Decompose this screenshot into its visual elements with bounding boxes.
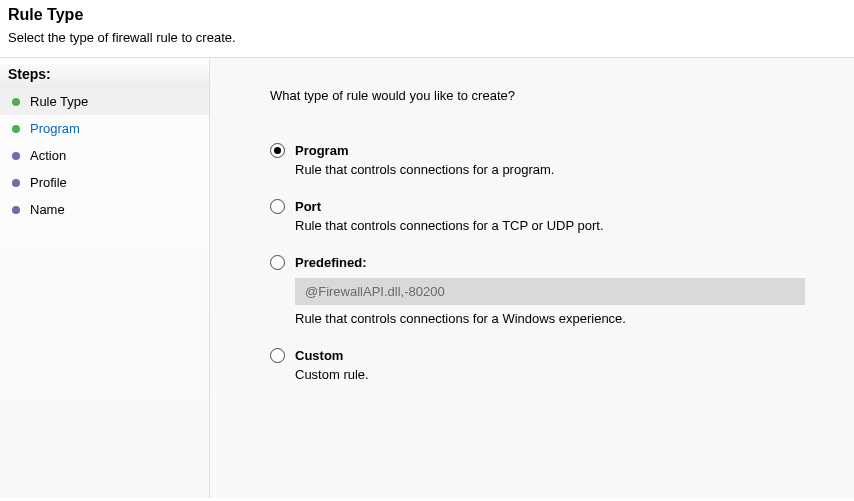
page-subtitle: Select the type of firewall rule to crea… [8, 30, 846, 45]
bullet-icon [12, 179, 20, 187]
option-label: Predefined: [295, 255, 367, 270]
step-label: Name [30, 202, 65, 217]
bullet-icon [12, 152, 20, 160]
page-title: Rule Type [8, 6, 846, 24]
wizard-header: Rule Type Select the type of firewall ru… [0, 0, 854, 57]
step-label: Rule Type [30, 94, 88, 109]
steps-sidebar: Steps: Rule Type Program Action Profile … [0, 58, 210, 498]
option-desc: Rule that controls connections for a pro… [295, 162, 830, 177]
steps-title: Steps: [0, 62, 209, 88]
option-label: Port [295, 199, 321, 214]
option-port: Port Rule that controls connections for … [270, 199, 830, 233]
option-predefined: Predefined: @FirewallAPI.dll,-80200 Rule… [270, 255, 830, 326]
question-text: What type of rule would you like to crea… [270, 88, 834, 103]
option-program: Program Rule that controls connections f… [270, 143, 830, 177]
predefined-select[interactable]: @FirewallAPI.dll,-80200 [295, 278, 805, 305]
option-desc: Rule that controls connections for a TCP… [295, 218, 830, 233]
bullet-icon [12, 125, 20, 133]
step-program[interactable]: Program [0, 115, 209, 142]
option-desc: Rule that controls connections for a Win… [295, 311, 830, 326]
bullet-icon [12, 98, 20, 106]
radio-program[interactable] [270, 143, 285, 158]
step-label: Program [30, 121, 80, 136]
radio-port[interactable] [270, 199, 285, 214]
option-label: Program [295, 143, 348, 158]
step-profile[interactable]: Profile [0, 169, 209, 196]
step-name[interactable]: Name [0, 196, 209, 223]
step-rule-type[interactable]: Rule Type [0, 88, 209, 115]
step-action[interactable]: Action [0, 142, 209, 169]
radio-predefined[interactable] [270, 255, 285, 270]
option-custom: Custom Custom rule. [270, 348, 830, 382]
main-panel: What type of rule would you like to crea… [210, 58, 854, 498]
radio-custom[interactable] [270, 348, 285, 363]
bullet-icon [12, 206, 20, 214]
option-label: Custom [295, 348, 343, 363]
option-desc: Custom rule. [295, 367, 830, 382]
step-label: Profile [30, 175, 67, 190]
step-label: Action [30, 148, 66, 163]
